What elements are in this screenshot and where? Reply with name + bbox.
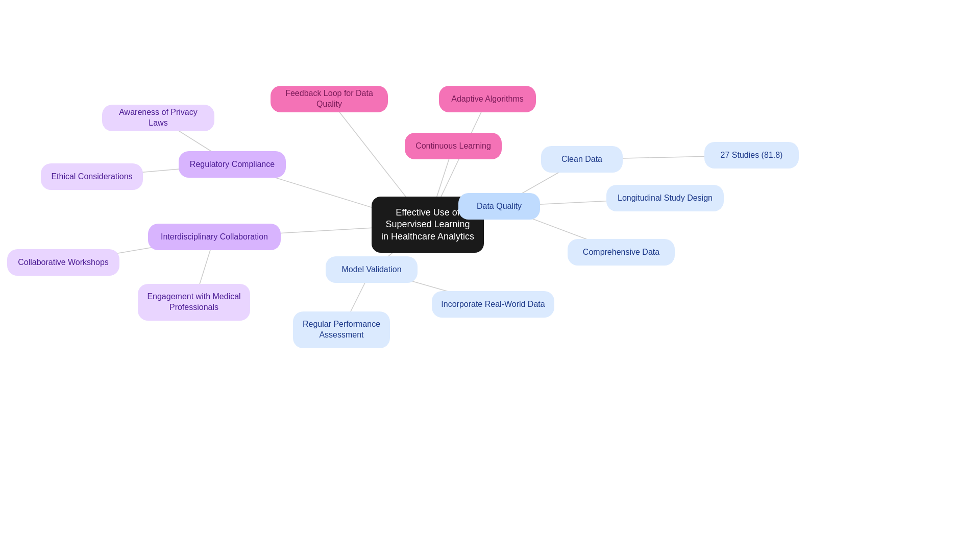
node-continuous-learning[interactable]: Continuous Learning (405, 133, 502, 159)
node-incorporate-real-world[interactable]: Incorporate Real-World Data (432, 291, 554, 318)
node-feedback-loop[interactable]: Feedback Loop for Data Quality (271, 86, 388, 112)
node-interdisciplinary[interactable]: Interdisciplinary Collaboration (148, 224, 281, 250)
node-comprehensive-data[interactable]: Comprehensive Data (568, 239, 675, 266)
mindmap-container: Effective Use of Supervised Learning in … (0, 0, 980, 553)
node-27-studies[interactable]: 27 Studies (81.8) (704, 142, 799, 169)
node-data-quality[interactable]: Data Quality (458, 193, 540, 220)
node-adaptive-algorithms[interactable]: Adaptive Algorithms (439, 86, 536, 112)
node-awareness-privacy[interactable]: Awareness of Privacy Laws (102, 105, 214, 131)
node-model-validation[interactable]: Model Validation (326, 256, 418, 283)
node-regulatory-compliance[interactable]: Regulatory Compliance (179, 151, 286, 178)
node-collaborative-workshops[interactable]: Collaborative Workshops (7, 249, 119, 276)
connection-lines (0, 0, 980, 553)
node-engagement-medical[interactable]: Engagement with Medical Professionals (138, 284, 250, 321)
node-regular-performance[interactable]: Regular Performance Assessment (293, 311, 390, 348)
node-ethical-considerations[interactable]: Ethical Considerations (41, 163, 143, 190)
node-longitudinal-study[interactable]: Longitudinal Study Design (606, 185, 724, 211)
node-clean-data[interactable]: Clean Data (541, 146, 623, 173)
